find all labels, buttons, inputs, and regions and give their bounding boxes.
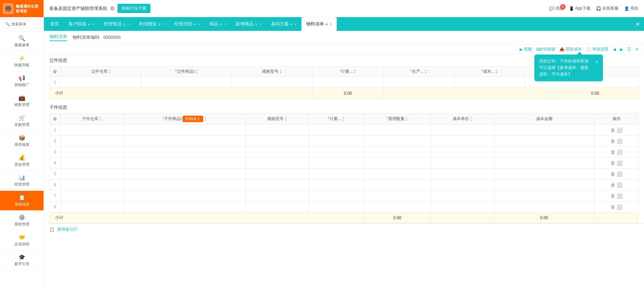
sidebar-item-finance[interactable]: 💰资金管理 — [0, 151, 44, 171]
sidebar-item-enterprise[interactable]: 🤝企业协同 — [0, 231, 44, 250]
delete-row-button[interactable]: 🗑 — [610, 160, 615, 166]
online-service-button[interactable]: 🎧 在线客服 — [596, 5, 619, 11]
child-spec-cell[interactable] — [246, 168, 309, 179]
child-goods-cell[interactable] — [123, 125, 246, 136]
nav-tab-profit[interactable]: 利润报告 ∨ × — [134, 17, 170, 31]
child-th-settings[interactable]: ⚙ — [50, 114, 61, 125]
parent-unit-cell[interactable] — [312, 77, 383, 88]
child-goods-cell[interactable] — [123, 147, 246, 157]
delete-row-button[interactable]: 🗑 — [610, 193, 615, 199]
nav-next-button[interactable]: ▶ — [620, 47, 623, 52]
child-qty-cell[interactable] — [364, 147, 431, 157]
close-page-button[interactable]: ✕ — [635, 47, 639, 52]
child-qty-cell[interactable] — [364, 190, 431, 201]
delete-row-button[interactable]: 🗑 — [610, 204, 615, 210]
tab-close-new-goods[interactable]: × — [259, 22, 261, 26]
child-spec-cell[interactable] — [246, 201, 309, 212]
child-unit-price-cell[interactable] — [431, 190, 494, 201]
tabs-end-button[interactable]: ✕ — [633, 21, 643, 27]
message-button[interactable]: 💬 消息 6 — [549, 5, 564, 11]
parent-cost-cell[interactable] — [454, 77, 525, 88]
child-unit-price-cell[interactable] — [431, 168, 494, 179]
nav-tab-barcode[interactable]: 条码方案 ∨ × — [266, 17, 301, 31]
copy-row-button[interactable]: ⬜ — [617, 138, 622, 144]
child-qty-cell[interactable] — [364, 201, 431, 212]
sidebar-item-purchase[interactable]: 🛒采购管理 — [0, 111, 44, 131]
child-unit-cell[interactable] — [309, 168, 364, 179]
child-warehouse-cell[interactable] — [61, 157, 124, 168]
child-unit-cell[interactable] — [309, 157, 364, 168]
delete-row-button[interactable]: 🗑 — [610, 171, 615, 177]
nav-tab-new-goods[interactable]: 新增商品 ∨ × — [231, 17, 266, 31]
settings-button[interactable]: ⚙ — [110, 5, 115, 12]
tab-close-profit[interactable]: × — [163, 22, 165, 26]
shortcut-button[interactable]: ⌨ 快捷键 — [536, 46, 555, 52]
copy-row-button[interactable]: ⬜ — [617, 204, 622, 210]
tab-close-bom[interactable]: × — [330, 22, 332, 26]
sub-nav-bom[interactable]: 物料清单 — [49, 34, 67, 41]
child-warehouse-cell[interactable] — [61, 147, 124, 157]
tab-close-customer[interactable]: × — [92, 22, 94, 26]
child-qty-cell[interactable] — [364, 168, 431, 179]
try-plan-button[interactable]: 体验行业方案 — [117, 4, 150, 13]
child-unit-price-cell[interactable] — [431, 179, 494, 190]
tab-close-operations[interactable]: × — [127, 22, 129, 26]
child-unit-cell[interactable] — [309, 147, 364, 157]
child-unit-price-cell[interactable] — [431, 136, 494, 147]
child-unit-price-cell[interactable] — [431, 147, 494, 157]
child-goods-cell[interactable] — [123, 190, 246, 201]
child-spec-cell[interactable] — [246, 157, 309, 168]
child-warehouse-cell[interactable] — [61, 125, 124, 136]
delete-row-button[interactable]: 🗑 — [610, 149, 615, 155]
child-spec-cell[interactable] — [246, 147, 309, 157]
child-qty-cell[interactable] — [364, 179, 431, 190]
child-unit-price-cell[interactable] — [431, 201, 494, 212]
copy-row-button[interactable]: ⬜ — [617, 127, 622, 133]
copy-row-button[interactable]: ⬜ — [617, 160, 622, 166]
search-area[interactable]: 🔍 搜索菜单 — [0, 17, 44, 32]
copy-row-button[interactable]: ⬜ — [617, 149, 622, 155]
child-goods-cell[interactable] — [123, 201, 246, 212]
add-note-row-button[interactable]: 新增备注行 — [57, 226, 78, 232]
delete-row-button[interactable]: 🗑 — [610, 138, 615, 144]
search-menu-button[interactable]: 🔍 搜索菜单 — [3, 20, 41, 28]
child-unit-cell[interactable] — [309, 179, 364, 190]
list-view-button[interactable]: ☰ — [627, 47, 631, 52]
parent-goods-cell[interactable] — [141, 77, 232, 88]
user-button[interactable]: 👤 用友 — [624, 5, 639, 11]
sidebar-item-operations[interactable]: 📊经营管理 — [0, 171, 44, 191]
scan-input-button[interactable]: 扫码录入 — [183, 116, 203, 122]
sidebar-item-search[interactable]: 🔍搜索菜单 — [0, 32, 44, 51]
nav-tab-history[interactable]: 经营历程 ∨ × — [170, 17, 205, 31]
child-warehouse-cell[interactable] — [61, 168, 124, 179]
copy-row-button[interactable]: ⬜ — [617, 193, 622, 199]
child-warehouse-cell[interactable] — [61, 190, 124, 201]
sidebar-item-guide[interactable]: 🎓新手引导 — [0, 250, 44, 270]
child-goods-cell[interactable] — [123, 179, 246, 190]
view-video-button[interactable]: ▶ 视频 — [520, 46, 532, 52]
sidebar-item-marketing[interactable]: 📢营销推广 — [0, 71, 44, 91]
child-spec-cell[interactable] — [246, 179, 309, 190]
parent-spec-cell[interactable] — [232, 77, 312, 88]
nav-prev-button[interactable]: ◀ — [613, 47, 616, 52]
child-qty-cell[interactable] — [364, 157, 431, 168]
child-goods-cell[interactable] — [123, 136, 246, 147]
child-qty-cell[interactable] — [364, 136, 431, 147]
nav-tab-home[interactable]: 首页 — [45, 17, 64, 31]
single-settings-button[interactable]: 📄 单据设置 — [586, 46, 609, 52]
tab-close-barcode[interactable]: × — [295, 22, 297, 26]
child-unit-price-cell[interactable] — [431, 157, 494, 168]
child-spec-cell[interactable] — [246, 190, 309, 201]
nav-tab-customer[interactable]: 客户联络 ∨ × — [64, 17, 99, 31]
parent-produce-cell[interactable] — [383, 77, 454, 88]
sidebar-item-sales[interactable]: 💼销售管理 — [0, 91, 44, 111]
parent-warehouse-cell[interactable] — [61, 77, 141, 88]
child-unit-cell[interactable] — [309, 136, 364, 147]
child-goods-cell[interactable] — [123, 157, 246, 168]
child-warehouse-cell[interactable] — [61, 201, 124, 212]
nav-tab-operations[interactable]: 经营情况 ∨ × — [99, 17, 134, 31]
child-qty-cell[interactable] — [364, 125, 431, 136]
delete-row-button[interactable]: 🗑 — [610, 127, 615, 133]
child-unit-price-cell[interactable] — [431, 125, 494, 136]
extract-cost-button[interactable]: 📥 提取成本 — [559, 46, 582, 52]
